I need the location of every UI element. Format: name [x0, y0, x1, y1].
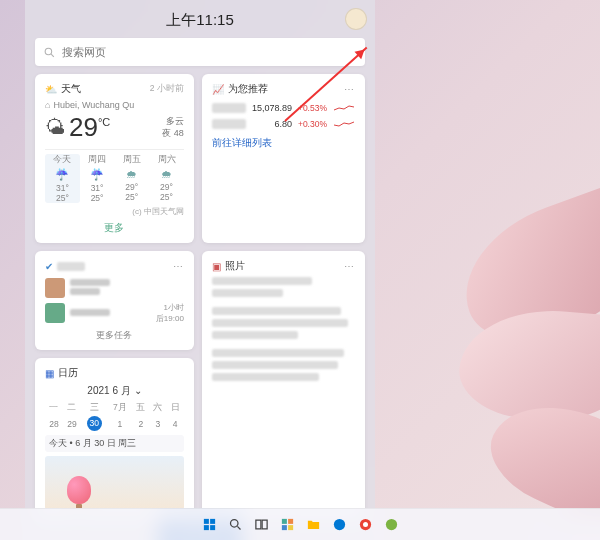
todo-thumb — [45, 278, 65, 298]
svg-rect-3 — [210, 519, 215, 524]
svg-rect-12 — [281, 525, 286, 530]
location-text: Hubei, Wuchang Qu — [53, 100, 134, 110]
temp-unit: °C — [98, 116, 110, 128]
todo-item[interactable] — [45, 302, 110, 324]
weather-icon: ⛅ — [45, 84, 57, 95]
calendar-day[interactable]: 29 — [63, 415, 81, 432]
photos-widget[interactable]: ▣ 照片 ⋯ — [202, 251, 365, 518]
svg-rect-13 — [288, 525, 293, 530]
taskbar[interactable] — [0, 508, 600, 540]
svg-line-1 — [51, 54, 54, 57]
search-bar[interactable] — [35, 38, 365, 66]
forecast-row: 今天☔31°25° 周四☔31°25° 周五🌧29°25° 周六🌧29°25° — [45, 149, 184, 203]
card-title: 天气 — [61, 82, 81, 96]
stock-change: +0.53% — [298, 103, 327, 113]
calendar-day[interactable]: 3 — [149, 415, 166, 432]
calendar-event[interactable]: 今天 • 6 月 30 日 周三 — [45, 435, 184, 452]
card-title: 为您推荐 — [228, 82, 268, 96]
todo-thumb — [45, 303, 65, 323]
sparkline-icon — [333, 103, 355, 113]
forecast-day[interactable]: 周四☔31°25° — [80, 154, 115, 203]
explorer-button[interactable] — [303, 515, 323, 535]
taskbar-search-button[interactable] — [225, 515, 245, 535]
svg-line-7 — [237, 526, 240, 529]
updated-label: 2 小时前 — [150, 83, 184, 95]
photos-icon: ▣ — [212, 261, 221, 272]
calendar-day[interactable]: 1 — [108, 415, 133, 432]
condition: 多云 — [166, 116, 184, 126]
todo-time: 1小时后19:00 — [156, 302, 184, 324]
current-weather-icon: 🌤 — [45, 116, 65, 139]
panel-header: 上午11:15 — [35, 8, 365, 32]
wallpaper-petals — [380, 180, 600, 540]
stock-change: +0.30% — [298, 119, 327, 129]
stock-value: 15,078.89 — [252, 103, 292, 113]
calendar-icon: ▦ — [45, 368, 54, 379]
widgets-button[interactable] — [277, 515, 297, 535]
svg-rect-5 — [210, 525, 215, 530]
todo-widget[interactable]: ✔ ⋯ 1小时后19:00 更多任务 — [35, 251, 194, 350]
todo-footer[interactable]: 更多任务 — [45, 329, 184, 342]
stocks-details-link[interactable]: 前往详细列表 — [212, 137, 355, 150]
forecast-day[interactable]: 今天☔31°25° — [45, 154, 80, 203]
home-icon: ⌂ — [45, 100, 50, 110]
svg-rect-8 — [255, 520, 260, 529]
more-options-button[interactable]: ⋯ — [344, 84, 355, 95]
search-input[interactable] — [62, 46, 357, 58]
task-view-button[interactable] — [251, 515, 271, 535]
widgets-panel: 上午11:15 ⛅ 天气 2 小时前 ⌂Hubei, Wuchang Qu 🌤 … — [25, 0, 375, 540]
card-title: 日历 — [58, 366, 78, 380]
user-avatar[interactable] — [345, 8, 367, 30]
calendar-day-today[interactable]: 30 — [81, 415, 108, 432]
calendar-widget[interactable]: ▦ 日历 2021 6 月 ⌄ 一二三7月五六日 28 29 30 1 2 3 … — [35, 358, 194, 518]
clock-time: 上午11:15 — [166, 11, 234, 30]
more-options-button[interactable]: ⋯ — [344, 261, 355, 272]
more-options-button[interactable]: ⋯ — [173, 261, 184, 272]
svg-rect-11 — [288, 519, 293, 524]
card-title: 照片 — [225, 259, 245, 273]
stock-row[interactable]: 6.80 +0.30% — [212, 116, 355, 132]
calendar-month[interactable]: 2021 6 月 ⌄ — [45, 384, 184, 398]
stocks-icon: 📈 — [212, 84, 224, 95]
calendar-day[interactable]: 2 — [132, 415, 149, 432]
stock-name-blurred — [212, 119, 246, 129]
weather-widget[interactable]: ⛅ 天气 2 小时前 ⌂Hubei, Wuchang Qu 🌤 29°C 多云夜… — [35, 74, 194, 243]
calendar-illustration — [45, 456, 184, 510]
calendar-day[interactable]: 28 — [45, 415, 63, 432]
sparkline-icon — [333, 119, 355, 129]
start-button[interactable] — [199, 515, 219, 535]
svg-point-14 — [333, 519, 344, 530]
svg-rect-9 — [262, 520, 267, 529]
svg-rect-4 — [203, 525, 208, 530]
title-blurred — [57, 262, 85, 271]
stock-row[interactable]: 15,078.89 +0.53% — [212, 100, 355, 116]
svg-point-0 — [45, 48, 52, 55]
app-button[interactable] — [381, 515, 401, 535]
balloon-icon — [67, 476, 91, 504]
stocks-widget[interactable]: 📈 为您推荐 ⋯ 15,078.89 +0.53% 6.80 +0.30% 前往… — [202, 74, 365, 243]
stock-value: 6.80 — [274, 119, 292, 129]
calendar-grid: 一二三7月五六日 28 29 30 1 2 3 4 — [45, 401, 184, 432]
weather-more-link[interactable]: 更多 — [45, 217, 184, 235]
stock-name-blurred — [212, 103, 246, 113]
feels-like: 夜 48 — [162, 128, 184, 138]
svg-rect-2 — [203, 519, 208, 524]
svg-point-6 — [230, 520, 238, 528]
weather-source: (c) 中国天气网 — [45, 206, 184, 217]
chrome-button[interactable] — [355, 515, 375, 535]
forecast-day[interactable]: 周六🌧29°25° — [149, 154, 184, 203]
temperature: 29 — [69, 112, 98, 143]
svg-rect-10 — [281, 519, 286, 524]
calendar-day[interactable]: 4 — [167, 415, 184, 432]
search-icon — [43, 46, 56, 59]
svg-point-17 — [385, 519, 396, 530]
forecast-day[interactable]: 周五🌧29°25° — [114, 154, 149, 203]
todo-icon: ✔ — [45, 261, 53, 272]
svg-point-16 — [363, 522, 368, 527]
todo-item[interactable] — [45, 278, 110, 298]
chevron-down-icon: ⌄ — [134, 385, 142, 396]
edge-button[interactable] — [329, 515, 349, 535]
